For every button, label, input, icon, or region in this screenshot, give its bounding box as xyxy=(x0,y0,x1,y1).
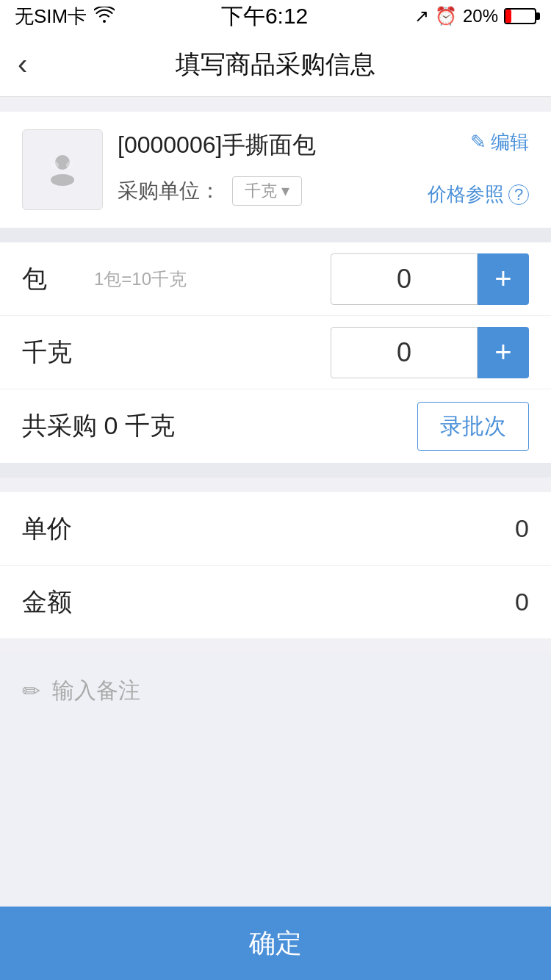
pkg-row: 包 1包=10千克 + xyxy=(0,242,551,316)
price-ref-button[interactable]: 价格参照 ? xyxy=(428,181,529,207)
kg-input[interactable] xyxy=(331,327,478,378)
unit-label: 采购单位： xyxy=(118,177,220,205)
remark-placeholder: 输入备注 xyxy=(52,676,140,706)
pkg-sub-label: 1包=10千克 xyxy=(94,267,331,291)
total-unit: 千克 xyxy=(125,411,175,439)
batch-button[interactable]: 录批次 xyxy=(417,402,529,451)
help-icon: ? xyxy=(508,184,529,205)
price-row: 单价 0 xyxy=(0,492,551,566)
edit-icon: ✎ xyxy=(470,131,486,154)
price-ref-label: 价格参照 xyxy=(428,181,504,207)
battery-pct: 20% xyxy=(463,6,498,26)
amount-value: 0 xyxy=(515,588,529,616)
confirm-button[interactable]: 确定 xyxy=(0,907,551,980)
nav-bar: ‹ 填写商品采购信息 xyxy=(0,32,551,97)
pkg-plus-button[interactable]: + xyxy=(478,253,529,305)
kg-control: + xyxy=(331,327,529,378)
info-section: 单价 0 金额 0 xyxy=(0,492,551,639)
carrier-label: 无SIM卡 xyxy=(15,4,87,29)
product-card: [0000006]手撕面包 采购单位： 千克 ▾ ✎ 编辑 价格参照 ? xyxy=(0,112,551,228)
chevron-down-icon: ▾ xyxy=(281,181,289,201)
pkg-label: 包 xyxy=(22,262,88,296)
amount-row: 金额 0 xyxy=(0,566,551,639)
kg-row: 千克 + xyxy=(0,316,551,389)
back-button[interactable]: ‹ xyxy=(18,48,27,81)
svg-point-1 xyxy=(51,174,74,186)
price-label: 单价 xyxy=(22,512,72,546)
unit-value: 千克 xyxy=(245,180,277,202)
price-value: 0 xyxy=(515,514,529,543)
pkg-control: + xyxy=(331,253,529,305)
total-row: 共采购 0 千克 录批次 xyxy=(0,389,551,463)
edit-label: 编辑 xyxy=(491,129,529,155)
input-section: 包 1包=10千克 + 千克 + xyxy=(0,242,551,389)
status-right: ↗ ⏰ 20% xyxy=(414,6,536,26)
kg-plus-button[interactable]: + xyxy=(478,327,529,378)
svg-point-3 xyxy=(66,162,73,169)
alarm-icon: ⏰ xyxy=(435,6,457,26)
navigation-icon: ↗ xyxy=(414,6,429,26)
status-bar: 无SIM卡 下午6:12 ↗ ⏰ 20% xyxy=(0,0,551,32)
remark-section[interactable]: ✏ 输入备注 xyxy=(0,654,551,728)
total-amount: 0 xyxy=(104,411,118,439)
wifi-icon xyxy=(94,5,115,28)
total-label: 共采购 0 千克 xyxy=(22,409,175,443)
section-divider-2 xyxy=(0,463,551,478)
product-name: [0000006]手撕面包 xyxy=(118,129,529,162)
unit-select[interactable]: 千克 ▾ xyxy=(232,176,302,206)
svg-point-2 xyxy=(51,162,59,169)
amount-label: 金额 xyxy=(22,586,72,619)
pencil-icon: ✏ xyxy=(22,678,40,704)
page-title: 填写商品采购信息 xyxy=(176,48,375,82)
status-left: 无SIM卡 xyxy=(15,4,115,29)
kg-label: 千克 xyxy=(22,336,88,370)
battery-icon xyxy=(504,8,536,24)
status-time: 下午6:12 xyxy=(221,1,308,32)
section-divider-1 xyxy=(0,228,551,242)
product-image xyxy=(22,129,103,210)
edit-button[interactable]: ✎ 编辑 xyxy=(470,129,529,155)
pkg-input[interactable] xyxy=(331,253,478,305)
